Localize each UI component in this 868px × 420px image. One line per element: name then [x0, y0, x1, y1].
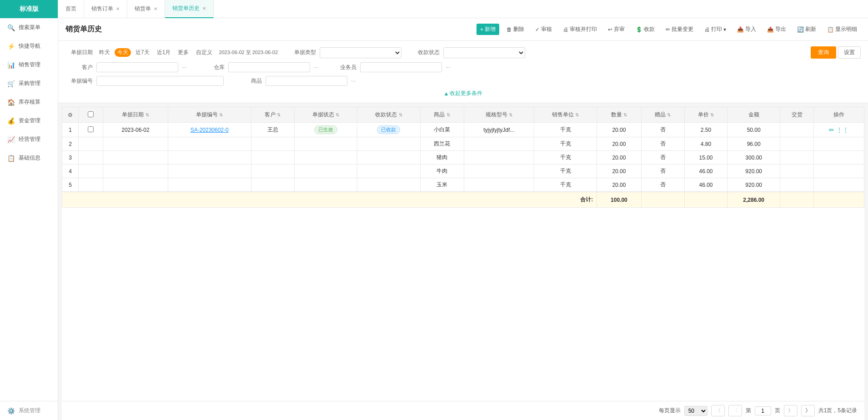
filter-customer-dots[interactable]: ···: [182, 64, 186, 70]
next-page-button[interactable]: 〉: [784, 405, 798, 416]
query-button[interactable]: 查询: [811, 46, 836, 59]
page-of-label: 页: [775, 407, 780, 415]
col-spec-type[interactable]: 规格型号 ⇅: [464, 107, 534, 123]
tab-home[interactable]: 首页: [58, 0, 84, 18]
sidebar-item-operations-mgmt[interactable]: 📈 经营管理: [0, 130, 58, 149]
col-sales-unit[interactable]: 销售单位 ⇅: [534, 107, 597, 123]
sidebar-item-label: 搜索菜单: [19, 24, 40, 31]
sidebar-item-quick-nav[interactable]: ⚡ 快捷导航: [0, 37, 58, 55]
filter-payment-status-select[interactable]: [443, 47, 525, 58]
col-doc-status-sort[interactable]: ⇅: [336, 112, 339, 117]
refresh-button[interactable]: 🔄 刷新: [793, 24, 820, 35]
tab-sales-delivery-close[interactable]: ✕: [154, 6, 157, 11]
tab-sales-order[interactable]: 销售订单 ✕: [84, 0, 127, 18]
sidebar-item-sys-mgmt[interactable]: ⚙️ 系统管理: [0, 401, 58, 420]
export-button[interactable]: 📤 导出: [763, 24, 790, 35]
row-unit-price-3: 46.00: [684, 165, 728, 178]
filter-product-dots[interactable]: ···: [351, 78, 356, 84]
row-checkbox-3[interactable]: [79, 165, 103, 178]
sidebar-item-finance-mgmt[interactable]: 💰 资金管理: [0, 111, 58, 130]
col-unit-price[interactable]: 单价 ⇅: [684, 107, 728, 123]
sidebar-item-purchase-mgmt[interactable]: 🛒 采购管理: [0, 74, 58, 93]
collect-button[interactable]: 💲 收款: [632, 24, 658, 35]
sidebar-item-sales-mgmt[interactable]: 📊 销售管理: [0, 55, 58, 74]
first-page-button[interactable]: 《: [711, 405, 725, 416]
filter-product-input[interactable]: [266, 76, 347, 86]
col-quantity-sort[interactable]: ⇅: [623, 112, 627, 117]
col-checkbox[interactable]: [79, 107, 103, 123]
review-print-button[interactable]: 🖨 审核并打印: [559, 24, 601, 35]
tab-sales-order-close[interactable]: ✕: [116, 6, 120, 11]
shortcut-yesterday[interactable]: 昨天: [96, 48, 113, 57]
row-customer-4: [251, 178, 294, 192]
filter-row-3: 单据编号 商品 ···: [65, 76, 861, 86]
shortcut-more[interactable]: 更多: [175, 48, 191, 57]
per-page-select[interactable]: 50 100 200: [684, 406, 707, 416]
col-doc-date[interactable]: 单据日期 ⇅: [103, 107, 168, 123]
row-doc-status-4: [294, 178, 357, 192]
collapse-btn[interactable]: ▲ 收起更多条件: [65, 90, 861, 97]
filter-doc-no-input[interactable]: [96, 76, 224, 86]
col-doc-status[interactable]: 单据状态 ⇅: [294, 107, 357, 123]
row-doc-no-0[interactable]: SA-20230602-0: [168, 123, 251, 137]
col-doc-no-sort[interactable]: ⇅: [219, 112, 223, 117]
col-product[interactable]: 商品 ⇅: [420, 107, 464, 123]
add-button[interactable]: + 新增: [477, 24, 499, 35]
col-unit-price-sort[interactable]: ⇅: [710, 112, 714, 117]
shortcut-today[interactable]: 今天: [115, 48, 131, 57]
review-label: 审核: [541, 25, 552, 33]
row-checkbox-4[interactable]: [79, 178, 103, 192]
col-doc-date-sort[interactable]: ⇅: [146, 112, 149, 117]
delete-button[interactable]: 🗑 删除: [503, 24, 528, 35]
shortcut-last7days[interactable]: 近7天: [133, 48, 152, 57]
batch-change-button[interactable]: ✏ 批量变更: [662, 24, 697, 35]
show-detail-button[interactable]: 📋 显示明细: [823, 24, 861, 35]
sidebar-item-basic-info[interactable]: 📋 基础信息: [0, 149, 58, 167]
last-page-button[interactable]: 》: [801, 405, 815, 416]
col-doc-no[interactable]: 单据编号 ⇅: [168, 107, 251, 123]
filter-salesperson-dots[interactable]: ···: [446, 64, 450, 70]
col-gift[interactable]: 赠品 ⇅: [641, 107, 684, 123]
col-quantity[interactable]: 数量 ⇅: [597, 107, 641, 123]
abandon-button[interactable]: ↩ 弃审: [604, 24, 628, 35]
filter-customer-input[interactable]: [96, 62, 178, 72]
prev-page-button[interactable]: 〈: [728, 405, 742, 416]
shortcut-last1month[interactable]: 近1月: [154, 48, 174, 57]
review-button[interactable]: ✓ 审核: [532, 24, 556, 35]
more-icon[interactable]: ⋮⋮: [836, 126, 849, 134]
row-checkbox-2[interactable]: [79, 151, 103, 165]
col-sales-unit-sort[interactable]: ⇅: [575, 112, 579, 117]
print-button[interactable]: 🖨 打印 ▾: [701, 24, 730, 35]
import-button[interactable]: 📥 导入: [733, 24, 760, 35]
sidebar-bottom: ⚙️ 系统管理: [0, 401, 58, 420]
filter-warehouse-dots[interactable]: ···: [314, 64, 318, 70]
col-gift-sort[interactable]: ⇅: [667, 112, 671, 117]
tab-sales-history-close[interactable]: ✕: [202, 6, 206, 11]
col-customer-sort[interactable]: ⇅: [277, 112, 281, 117]
tab-sales-delivery[interactable]: 销货单 ✕: [127, 0, 165, 18]
shortcut-custom[interactable]: 自定义: [193, 48, 215, 57]
col-product-sort[interactable]: ⇅: [447, 112, 450, 117]
row-checkbox-0[interactable]: [79, 123, 103, 137]
edit-icon[interactable]: ✏: [829, 126, 834, 134]
row-doc-no-2: [168, 151, 251, 165]
sidebar-item-search-menu[interactable]: 🔍 搜索菜单: [0, 18, 58, 37]
col-settings[interactable]: ⚙: [62, 107, 79, 123]
col-payment-status[interactable]: 收款状态 ⇅: [357, 107, 420, 123]
row-payment-status-2: [357, 151, 420, 165]
col-customer[interactable]: 客户 ⇅: [251, 107, 294, 123]
col-amount[interactable]: 金额: [728, 107, 780, 123]
col-payment-status-sort[interactable]: ⇅: [399, 112, 402, 117]
sidebar-item-inventory-calc[interactable]: 🏠 库存核算: [0, 93, 58, 111]
filter-warehouse-input[interactable]: [228, 62, 310, 72]
row-checkbox-1[interactable]: [79, 137, 103, 151]
filter-salesperson-input[interactable]: [360, 62, 442, 72]
page-num-input[interactable]: [755, 406, 771, 415]
col-transaction[interactable]: 交货: [780, 107, 813, 123]
tab-sales-history[interactable]: 销货单历史 ✕: [165, 0, 214, 18]
filter-doc-type-select[interactable]: [320, 47, 401, 58]
col-spec-type-sort[interactable]: ⇅: [509, 112, 512, 117]
settings-button[interactable]: 设置: [838, 46, 861, 59]
filter-payment-status-label: 收款状态: [412, 49, 440, 56]
select-all-checkbox[interactable]: [88, 111, 94, 117]
